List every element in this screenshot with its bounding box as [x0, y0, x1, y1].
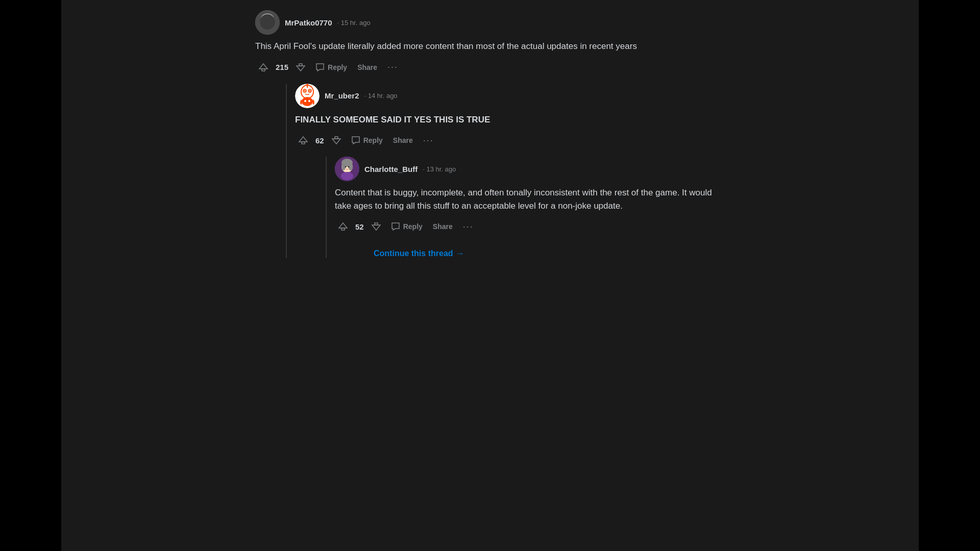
comment-icon-3 [390, 221, 401, 232]
svg-point-0 [255, 10, 280, 35]
comment-2-wrapper: Mr_uber2 · 14 hr. ago FINALLY SOMEOME SA… [286, 84, 725, 259]
comment-header-1: MrPatko0770 · 15 hr. ago [255, 10, 725, 35]
comment-actions-2: 62 Reply Share ··· [295, 132, 725, 148]
username-mrpatko: MrPatko0770 [285, 18, 332, 27]
upvote-icon-1 [258, 62, 268, 72]
continue-thread-text: Continue this thread [374, 249, 453, 258]
comment-body-3: Content that is buggy, incomplete, and o… [335, 186, 725, 212]
svg-point-13 [309, 90, 311, 91]
svg-point-2 [264, 17, 267, 20]
svg-point-26 [345, 166, 347, 168]
downvote-icon-2 [331, 135, 341, 145]
timestamp-2: · 14 hr. ago [364, 92, 398, 99]
username-mruber: Mr_uber2 [325, 91, 359, 100]
svg-rect-19 [302, 142, 305, 144]
timestamp-3: · 13 hr. ago [423, 165, 456, 173]
comment-3: Charlotte_Buff · 13 hr. ago Content that… [335, 157, 725, 235]
upvote-btn-3[interactable] [335, 219, 351, 234]
reply-btn-1[interactable]: Reply [311, 59, 351, 76]
svg-point-18 [308, 100, 310, 102]
share-btn-1[interactable]: Share [353, 60, 381, 74]
vote-count-2: 62 [315, 136, 324, 145]
comment-header-2: Mr_uber2 · 14 hr. ago [295, 84, 725, 108]
username-charlotte: Charlotte_Buff [364, 165, 418, 173]
vote-count-3: 52 [355, 222, 364, 231]
share-btn-3[interactable]: Share [429, 219, 457, 234]
reply-btn-2[interactable]: Reply [347, 132, 387, 148]
svg-point-17 [304, 100, 306, 102]
comment-actions-3: 52 Reply Share [335, 218, 725, 235]
upvote-icon-3 [338, 221, 348, 232]
more-btn-3[interactable]: ··· [459, 219, 478, 234]
avatar-charlotte [335, 157, 359, 181]
comment-icon-2 [351, 135, 361, 145]
reply-btn-3[interactable]: Reply [386, 218, 427, 235]
svg-rect-20 [335, 137, 338, 139]
continue-thread-link[interactable]: Continue this thread → [365, 249, 464, 258]
more-btn-1[interactable]: ··· [383, 60, 402, 74]
comment-icon-1 [315, 62, 325, 72]
upvote-btn-1[interactable] [255, 60, 272, 74]
timestamp-1: · 15 hr. ago [337, 19, 371, 27]
svg-point-12 [304, 90, 306, 91]
avatar-mruber [295, 84, 320, 108]
svg-rect-30 [375, 223, 378, 225]
downvote-btn-3[interactable] [368, 219, 384, 234]
comment-header-3: Charlotte_Buff · 13 hr. ago [335, 157, 725, 181]
svg-rect-4 [260, 20, 263, 24]
upvote-btn-2[interactable] [295, 133, 311, 147]
continue-thread-arrow: → [456, 249, 464, 258]
svg-rect-5 [272, 20, 275, 24]
svg-point-28 [341, 172, 353, 180]
svg-point-27 [348, 166, 350, 168]
comment-body-1: This April Fool's update literally added… [255, 40, 725, 53]
svg-rect-7 [299, 64, 302, 66]
svg-point-15 [306, 84, 308, 86]
upvote-icon-2 [298, 135, 308, 145]
more-btn-2[interactable]: ··· [419, 133, 438, 148]
share-btn-2[interactable]: Share [389, 133, 417, 147]
comment-actions-1: 215 Reply Share ··· [255, 59, 725, 76]
downvote-icon-1 [296, 62, 306, 72]
comment-3-wrapper: Charlotte_Buff · 13 hr. ago Content that… [326, 157, 725, 258]
svg-point-3 [268, 17, 271, 20]
comment-2: Mr_uber2 · 14 hr. ago FINALLY SOMEOME SA… [295, 84, 725, 149]
comment-1: MrPatko0770 · 15 hr. ago This April Fool… [255, 10, 725, 76]
svg-point-1 [261, 14, 274, 27]
downvote-btn-1[interactable] [292, 60, 309, 74]
avatar-mrpatko [255, 10, 280, 35]
svg-point-16 [302, 97, 313, 106]
comment-body-2: FINALLY SOMEOME SAID IT YES THIS IS TRUE [295, 113, 725, 127]
svg-rect-29 [341, 228, 345, 230]
svg-rect-6 [262, 69, 265, 71]
downvote-icon-3 [371, 221, 381, 232]
downvote-btn-2[interactable] [328, 133, 345, 147]
vote-count-1: 215 [276, 63, 288, 71]
